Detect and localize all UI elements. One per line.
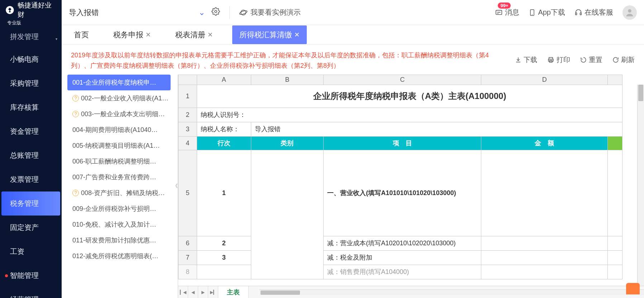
sidebar-item[interactable]: 库存核算 [0,95,62,119]
col-header-c[interactable]: C [324,75,481,85]
row-header[interactable]: 3 [178,122,197,136]
cell[interactable] [481,250,608,265]
cell-category[interactable] [251,150,324,279]
close-icon[interactable]: ✕ [146,31,151,39]
cell[interactable] [481,236,608,250]
cell[interactable] [608,150,622,236]
col-header-extra[interactable] [608,75,622,85]
tab[interactable]: 所得税汇算清缴✕ [232,25,307,44]
cell[interactable]: 3 [197,250,251,265]
cell[interactable]: 减：税金及附加 [324,250,481,265]
cell[interactable]: 2 [197,236,251,250]
title-dropdown[interactable]: ⌄ [199,8,205,17]
tree-item[interactable]: 005-纳税调整项目明细表(A1… [67,138,171,153]
download-button[interactable]: 下载 [515,55,537,65]
tree-item[interactable]: 006-职工薪酬纳税调整明细… [67,153,171,169]
sidebar-item[interactable]: 固定资产 [0,216,62,240]
row-header[interactable]: 4 [178,136,197,150]
horizontal-scrollbar[interactable] [259,289,644,295]
header-category[interactable]: 类别 [251,136,324,150]
taxpayer-name-label[interactable]: 纳税人名称： [197,122,251,136]
message-badge: 99+ [498,3,511,9]
sidebar-item[interactable]: 小畅电商 [0,47,62,71]
cell[interactable]: 1 [197,150,251,236]
tree-item[interactable]: ?002-一般企业收入明细表(A1… [67,90,171,106]
sheet-title[interactable]: 企业所得税年度纳税申报表（A类）主表(A100000) [197,85,622,108]
header-rownum[interactable]: 行次 [197,136,251,150]
sidebar-item[interactable]: 资金管理 [0,119,62,143]
warning-icon: ? [72,190,79,196]
print-button[interactable]: 打印 [547,55,570,65]
brand-name: 畅捷通好业财 [18,1,57,19]
sheet-nav-prev[interactable]: ◀ [188,286,198,298]
row-header[interactable]: 6 [178,236,197,250]
avatar[interactable] [622,5,637,20]
close-icon[interactable]: ✕ [294,31,300,39]
sidebar-item-partial[interactable]: 拼发管理▾ [0,29,62,47]
sheet-nav-last[interactable]: ▶▎ [208,286,218,298]
col-header-b[interactable]: B [251,75,324,85]
tabs-bar: 首页税务申报✕税表清册✕所得税汇算清缴✕ [62,25,644,44]
tree-item[interactable]: 001-企业所得税年度纳税申… [67,75,171,90]
header-item[interactable]: 项 目 [324,136,481,150]
sidebar-item[interactable]: 总账管理 [0,143,62,167]
row-header[interactable]: 2 [178,108,197,122]
header-amount[interactable]: 金 额 [481,136,608,150]
messages-button[interactable]: 99+ 消息 [495,8,519,17]
tree-item[interactable]: 011-研发费用加计扣除优惠… [67,232,171,248]
sheet-nav-next[interactable]: ▶ [198,286,208,298]
tree-item[interactable]: 010-免税、减计收入及加计… [67,217,171,232]
cell[interactable] [481,265,608,279]
vertical-scrollbar[interactable] [637,85,644,286]
cell[interactable] [481,150,608,236]
message-icon [495,9,503,16]
svg-rect-6 [576,13,577,14]
close-icon[interactable]: ✕ [207,31,213,39]
sidebar-item[interactable]: 工资 [0,240,62,264]
spreadsheet[interactable]: A B C D 1 企业所得税年度纳税申报表（A类）主表(A100000) 2 [178,75,644,286]
svg-point-2 [239,10,247,15]
sheet-nav-first[interactable]: ▎◀ [178,286,188,298]
tree-item[interactable]: 012-减免所得税优惠明细表(… [67,248,171,264]
cell[interactable]: 一、营业收入(填写A101010\101020\103000) [324,150,481,236]
tree-item[interactable]: 009-企业所得税弥补亏损明… [67,201,171,217]
cell[interactable] [608,236,622,250]
row-header[interactable]: 5 [178,150,197,236]
header-extra[interactable] [608,136,622,150]
support-button[interactable]: 在线客服 [574,8,613,17]
taxpayer-name-value[interactable]: 导入报错 [251,122,622,136]
cell[interactable]: 减：营业成本(填写A102010\102020\103000) [324,236,481,250]
col-header-d[interactable]: D [481,75,608,85]
refresh-button[interactable]: 刷新 [612,55,635,65]
sidebar-item[interactable]: 税务管理 [1,191,60,216]
col-header-a[interactable]: A [197,75,251,85]
warning-icon: ? [72,95,79,101]
row-header[interactable]: 1 [178,85,197,108]
tab[interactable]: 税表清册✕ [170,25,218,44]
tab[interactable]: 首页 [69,25,94,44]
sidebar-item[interactable]: 智能管理 [0,264,62,288]
tree-item[interactable]: 007-广告费和业务宣传费跨… [67,169,171,185]
reset-button[interactable]: 重置 [580,55,602,65]
row-header[interactable]: 8 [178,265,197,279]
taxpayer-id-label[interactable]: 纳税人识别号： [197,108,622,122]
tree-collapse-button[interactable]: 《 [173,75,178,298]
tree-item[interactable]: ?003-一般企业成本支出明细… [67,106,171,122]
settings-icon[interactable] [211,7,220,18]
sheet-corner[interactable] [178,75,197,85]
cell[interactable] [197,265,251,279]
help-widget[interactable] [626,283,640,294]
cell[interactable] [608,250,622,265]
tree-item[interactable]: 004-期间费用明细表(A1040… [67,122,171,138]
sidebar-item[interactable]: 采购管理 [0,71,62,95]
sheet-tab-main[interactable]: 主表 [218,286,249,298]
row-header[interactable]: 7 [178,250,197,265]
app-download-button[interactable]: App下载 [529,8,565,17]
cell[interactable] [608,265,622,279]
demo-link[interactable]: 我要看实例演示 [239,8,301,17]
tab[interactable]: 税务申报✕ [108,25,156,44]
cell[interactable]: 减：销售费用(填写A104000) [324,265,481,279]
tree-item[interactable]: ?008-资产折旧、摊销及纳税… [67,185,171,201]
sidebar-item[interactable]: 经营管理 [0,288,62,298]
sidebar-item[interactable]: 发票管理 [0,167,62,191]
